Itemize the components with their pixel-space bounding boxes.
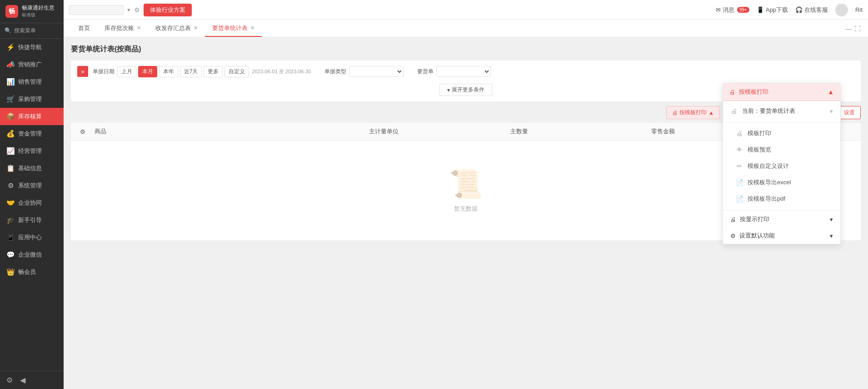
display-print-label: 按显示打印 xyxy=(740,215,769,223)
sidebar-item-operations[interactable]: 📈 经营管理 xyxy=(0,142,64,160)
username-label: Rit xyxy=(855,6,863,13)
app-logo: 畅 畅康通好生意 标准版 xyxy=(0,0,64,23)
template-custom-label: 模板自定义设计 xyxy=(748,162,789,170)
sidebar-item-quick-nav[interactable]: ⚡ 快捷导航 xyxy=(0,39,64,56)
sidebar-item-purchase[interactable]: 🛒 采购管理 xyxy=(0,91,64,108)
print-template-arrow: ▲ xyxy=(708,110,714,116)
online-service-button[interactable]: 🎧 在线客服 xyxy=(795,6,828,14)
sidebar-item-label: 营销推广 xyxy=(18,61,42,69)
sidebar-item-marketing[interactable]: 📣 营销推广 xyxy=(0,56,64,73)
dropdown-item-template-custom[interactable]: ✏ 模板自定义设计 xyxy=(723,158,840,174)
date-btn-last-month[interactable]: 上月 xyxy=(117,66,136,77)
dropdown-header: 🖨 按模板打印 ▲ xyxy=(723,83,840,101)
print-dropdown-popup: 🖨 按模板打印 ▲ 🖨 当前：要货单统计表 ▾ 🖨 模板打印 xyxy=(723,83,841,244)
dropdown-print-icon: 🖨 xyxy=(729,89,735,96)
tab-revenue-summary[interactable]: 收发存汇总表 ✕ xyxy=(148,20,205,37)
date-btn-custom[interactable]: 自定义 xyxy=(224,66,249,77)
type-filter-select[interactable] xyxy=(349,66,404,77)
basics-icon: 📋 xyxy=(6,164,15,172)
sidebar-item-inventory[interactable]: 📦 库存核算 xyxy=(0,108,64,125)
search-icon: 🔍 xyxy=(5,27,11,34)
type-filter-label: 单据类型 xyxy=(324,68,346,76)
tab-inventory-batch-close[interactable]: ✕ xyxy=(137,25,141,31)
app-icon: 📱 xyxy=(757,6,764,13)
app-download-button[interactable]: 📱 App下载 xyxy=(757,6,788,14)
nav-chevron-icon[interactable]: ▾ xyxy=(127,6,130,13)
sidebar-item-wechat[interactable]: 💬 企业微信 xyxy=(0,246,64,263)
appstore-icon: 📱 xyxy=(6,233,15,242)
settings-footer-icon[interactable]: ⚙ xyxy=(6,376,13,384)
sidebar-item-label: 库存核算 xyxy=(18,112,42,121)
collapse-sidebar-icon[interactable]: ◀ xyxy=(20,376,25,384)
print-template-label: 按模板打印 xyxy=(679,109,707,116)
defaults-icon: ⚙ xyxy=(730,232,736,239)
content-area: 要货单统计表(按商品) » 单据日期 上月 本月 本年 近7天 更多 自定义 2… xyxy=(64,37,868,389)
dropdown-close-button[interactable]: ▲ xyxy=(828,88,834,96)
template-print-label: 模板打印 xyxy=(748,129,771,137)
nav-search-input[interactable] xyxy=(69,5,124,15)
dropdown-item-template-preview[interactable]: 👁 模板预览 xyxy=(723,141,840,158)
marketing-icon: 📣 xyxy=(6,61,15,69)
online-service-label: 在线客服 xyxy=(804,6,828,14)
dropdown-current-label: 当前：要货单统计表 xyxy=(742,107,795,115)
dropdown-current-item[interactable]: 🖨 当前：要货单统计表 ▾ xyxy=(723,103,840,119)
tab-minimize-button[interactable]: — xyxy=(845,25,852,32)
sidebar-item-finance[interactable]: 💰 资金管理 xyxy=(0,125,64,142)
service-icon: 🎧 xyxy=(795,6,803,13)
filter-expand-button[interactable]: » xyxy=(77,66,88,77)
dropdown-display-print-section[interactable]: 🖨 按显示打印 ▾ xyxy=(723,211,840,227)
dropdown-divider-1 xyxy=(723,122,840,122)
dropdown-item-template-print[interactable]: 🖨 模板打印 xyxy=(723,125,840,141)
sidebar-item-member[interactable]: 👑 畅会员 xyxy=(0,263,64,281)
tab-maximize-button[interactable]: ⛶ xyxy=(854,25,861,32)
sidebar-search-label: 搜索菜单 xyxy=(14,27,36,35)
template-custom-icon: ✏ xyxy=(736,162,743,170)
dropdown-divider-2 xyxy=(723,210,840,210)
message-icon: ✉ xyxy=(716,6,721,13)
date-filter-label: 单据日期 xyxy=(93,68,115,76)
tab-inventory-batch[interactable]: 库存批次账 ✕ xyxy=(97,20,148,37)
expand-more-icon: ▾ xyxy=(447,87,450,93)
trial-button[interactable]: 体验行业方案 xyxy=(144,4,192,16)
date-btn-more[interactable]: 更多 xyxy=(204,66,223,77)
req-type-filter-select[interactable] xyxy=(436,66,491,77)
tab-revenue-summary-close[interactable]: ✕ xyxy=(194,25,198,31)
sidebar-item-system[interactable]: ⚙ 系统管理 xyxy=(0,177,64,194)
sidebar-item-appstore[interactable]: 📱 应用中心 xyxy=(0,229,64,246)
empty-text: 暂无数据 xyxy=(454,205,478,213)
template-print-icon: 🖨 xyxy=(736,130,743,137)
sidebar-item-label: 基础信息 xyxy=(18,164,42,172)
tabs-bar: 首页 库存批次账 ✕ 收发存汇总表 ✕ 要货单统计表 ✕ — ⛶ xyxy=(64,20,868,37)
tab-home-label: 首页 xyxy=(78,24,90,32)
dropdown-item-export-excel[interactable]: 📄 按模板导出excel xyxy=(723,174,840,191)
sidebar-item-guide[interactable]: 🎓 新手引导 xyxy=(0,212,64,229)
type-filter-group: 单据类型 xyxy=(324,66,404,77)
print-template-button[interactable]: 🖨 按模板打印 ▲ xyxy=(666,106,720,119)
sidebar-menu: ⚡ 快捷导航 📣 营销推广 📊 销售管理 🛒 采购管理 📦 库存核算 💰 资金管… xyxy=(0,39,64,371)
date-btn-this-year[interactable]: 本年 xyxy=(159,66,178,77)
expand-more-button[interactable]: ▾ 展开更多条件 xyxy=(439,84,492,96)
operations-icon: 📈 xyxy=(6,147,15,155)
template-preview-icon: 👁 xyxy=(736,146,743,153)
date-range-display: 2023-06-01 至 2023-06-30 xyxy=(252,68,311,75)
settings-button[interactable]: 设置 xyxy=(838,106,861,119)
user-avatar[interactable] xyxy=(835,4,848,16)
tab-order-stats[interactable]: 要货单统计表 ✕ xyxy=(205,20,262,37)
finance-icon: 💰 xyxy=(6,130,15,138)
messages-button[interactable]: ✉ 消息 99+ xyxy=(716,6,749,14)
topbar-gear-icon[interactable]: ⚙ xyxy=(134,6,140,14)
purchase-icon: 🛒 xyxy=(6,95,15,103)
tab-order-stats-close[interactable]: ✕ xyxy=(250,25,254,31)
wechat-icon: 💬 xyxy=(6,251,15,259)
sidebar-item-sales[interactable]: 📊 销售管理 xyxy=(0,73,64,91)
dropdown-item-export-pdf[interactable]: 📄 按模板导出pdf xyxy=(723,191,840,207)
sidebar-item-basics[interactable]: 📋 基础信息 xyxy=(0,160,64,177)
th-gear[interactable]: ⚙ xyxy=(76,128,91,135)
dropdown-defaults-section[interactable]: ⚙ 设置默认功能 ▾ xyxy=(723,227,840,244)
sidebar-search[interactable]: 🔍 搜索菜单 xyxy=(0,23,64,39)
date-btn-7days[interactable]: 近7天 xyxy=(180,66,202,77)
sidebar-item-enterprise[interactable]: 🤝 企业协同 xyxy=(0,194,64,212)
tab-home[interactable]: 首页 xyxy=(71,20,97,37)
expand-more-label: 展开更多条件 xyxy=(452,86,484,94)
date-btn-this-month[interactable]: 本月 xyxy=(138,66,157,77)
